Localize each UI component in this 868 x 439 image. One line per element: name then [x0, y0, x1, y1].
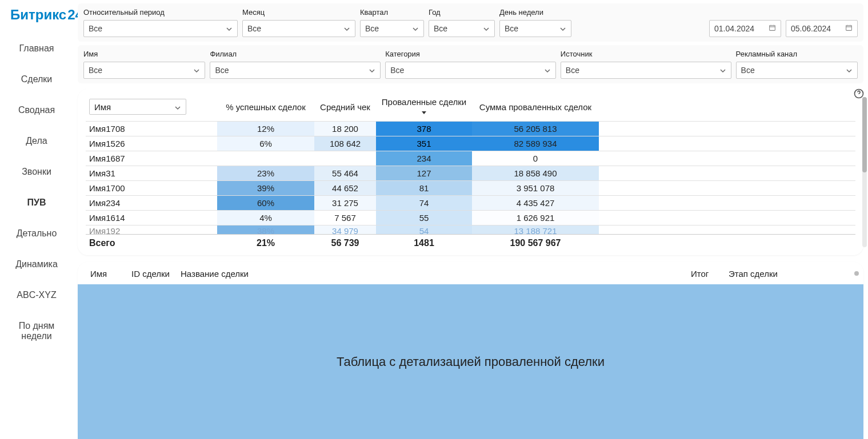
- filter-branch[interactable]: Все: [210, 62, 381, 79]
- table-row[interactable]: Имя3123%55 46412718 858 490: [86, 166, 855, 181]
- filter-source[interactable]: Все: [561, 62, 731, 79]
- total-pct: 21%: [217, 235, 314, 251]
- table-row[interactable]: Имя15266%108 64235182 589 934: [86, 136, 855, 151]
- table-name-dimension-select[interactable]: Имя: [89, 99, 186, 115]
- filter-weekday[interactable]: Все: [499, 20, 571, 37]
- cell-sum: 1 626 921: [472, 211, 599, 225]
- date-to-input[interactable]: 05.06.2024: [786, 20, 858, 37]
- summary-table: Имя % успешных сделок Средний чек Провал…: [86, 95, 855, 251]
- cell-fail: 74: [376, 196, 472, 211]
- filter-value: Все: [505, 24, 518, 33]
- cell-sum: 4 435 427: [472, 196, 599, 211]
- detail-col-name[interactable]: Имя: [86, 269, 127, 279]
- cell-avg: 7 567: [314, 211, 376, 225]
- filter-month[interactable]: Все: [242, 20, 355, 37]
- scroll-dot-icon: [854, 271, 859, 276]
- cell-name: Имя1708: [86, 122, 217, 136]
- cell-avg: 31 275: [314, 196, 376, 211]
- cell-pct: 60%: [217, 196, 314, 211]
- detail-col-itog[interactable]: Итог: [686, 269, 724, 279]
- cell-pct: 23%: [217, 166, 314, 181]
- col-header-pct[interactable]: % успешных сделок: [217, 95, 314, 122]
- sidebar-item-4[interactable]: Звонки: [0, 156, 73, 187]
- sidebar-item-6[interactable]: Детально: [0, 218, 73, 249]
- chevron-down-icon: [719, 67, 726, 74]
- filter-label-source: Источник: [561, 50, 731, 58]
- sidebar-item-7[interactable]: Динамика: [0, 249, 73, 280]
- chevron-down-icon: [544, 67, 551, 74]
- filter-value: Все: [89, 24, 102, 33]
- col-header-sum[interactable]: Сумма проваленных сделок: [472, 95, 599, 122]
- total-fail: 1481: [376, 235, 472, 251]
- filter-rel-period[interactable]: Все: [83, 20, 238, 37]
- filter-label-name: Имя: [83, 50, 205, 58]
- sidebar-item-3[interactable]: Дела: [0, 126, 73, 156]
- sidebar-item-5[interactable]: ПУВ: [0, 187, 73, 218]
- filter-value: Все: [434, 24, 447, 33]
- detail-col-id[interactable]: ID сделки: [127, 269, 176, 279]
- total-avg: 56 739: [314, 235, 376, 251]
- sidebar-item-2[interactable]: Сводная: [0, 95, 73, 126]
- table-name-dimension-value: Имя: [94, 102, 111, 112]
- logo: Битрикс24: [0, 5, 73, 33]
- filter-name[interactable]: Все: [83, 62, 205, 79]
- cell-sum: 0: [472, 151, 599, 166]
- detail-table-header: Имя ID сделки Название сделки Итог Этап …: [86, 267, 855, 284]
- col-header-avg[interactable]: Средний чек: [314, 95, 376, 122]
- table-row[interactable]: Имя19238%34 9795413 188 721: [86, 225, 855, 235]
- cell-fail: 127: [376, 166, 472, 181]
- cell-avg: 55 464: [314, 166, 376, 181]
- cell-fail: 81: [376, 181, 472, 196]
- filter-label-category: Категория: [385, 50, 556, 58]
- filter-value: Все: [566, 66, 579, 75]
- table-row[interactable]: Имя16872340: [86, 151, 855, 166]
- filter-value: Все: [215, 66, 229, 75]
- filter-value: Все: [89, 66, 102, 75]
- date-from-value: 01.04.2024: [714, 24, 754, 33]
- cell-name: Имя1526: [86, 136, 217, 151]
- scrollbar[interactable]: [862, 97, 867, 247]
- cell-sum: 13 188 721: [472, 225, 599, 235]
- filter-quarter[interactable]: Все: [360, 20, 424, 37]
- table-row[interactable]: Имя170039%44 652813 951 078: [86, 181, 855, 196]
- sidebar-item-9[interactable]: По дням недели: [0, 311, 73, 352]
- cell-name: Имя31: [86, 166, 217, 181]
- filter-year[interactable]: Все: [429, 20, 495, 37]
- detail-panel: Имя ID сделки Название сделки Итог Этап …: [78, 262, 863, 439]
- filter-label-weekday: День недели: [499, 8, 571, 17]
- calendar-icon: [845, 24, 853, 33]
- table-row[interactable]: Имя23460%31 275744 435 427: [86, 196, 855, 211]
- top-filter-bar: Относительный период Все Месяц Все Кварт…: [78, 3, 863, 42]
- date-to-value: 05.06.2024: [791, 24, 831, 33]
- sidebar-item-8[interactable]: ABC-XYZ: [0, 280, 73, 311]
- second-filter-bar: Имя Все Филиал Все Категория Все: [78, 45, 863, 83]
- filter-label-quarter: Квартал: [360, 8, 424, 17]
- filter-category[interactable]: Все: [385, 62, 556, 79]
- cell-fail: 351: [376, 136, 472, 151]
- cell-name: Имя1614: [86, 211, 217, 225]
- main-content: Относительный период Все Месяц Все Кварт…: [73, 0, 868, 439]
- cell-avg: 108 642: [314, 136, 376, 151]
- filter-ads[interactable]: Все: [736, 62, 858, 79]
- cell-pct: [217, 151, 314, 166]
- filter-value: Все: [247, 24, 261, 33]
- chevron-down-icon: [343, 25, 350, 32]
- chevron-down-icon: [412, 25, 419, 32]
- cell-sum: 82 589 934: [472, 136, 599, 151]
- sidebar-item-0[interactable]: Главная: [0, 33, 73, 64]
- cell-name: Имя234: [86, 196, 217, 211]
- logo-text-a: Битрикс: [10, 7, 66, 23]
- detail-col-title[interactable]: Название сделки: [176, 269, 686, 279]
- scrollbar-thumb[interactable]: [862, 97, 867, 172]
- sidebar-item-1[interactable]: Сделки: [0, 64, 73, 95]
- filter-label-branch: Филиал: [210, 50, 381, 58]
- filter-label-month: Месяц: [242, 8, 355, 17]
- col-header-fail[interactable]: Проваленные сделки: [376, 95, 472, 122]
- detail-col-stage[interactable]: Этап сделки: [724, 269, 855, 279]
- table-row[interactable]: Имя16144%7 567551 626 921: [86, 211, 855, 225]
- cell-name: Имя1687: [86, 151, 217, 166]
- table-row[interactable]: Имя170812%18 20037856 205 813: [86, 122, 855, 136]
- cell-sum: 18 858 490: [472, 166, 599, 181]
- cell-pct: 39%: [217, 181, 314, 196]
- date-from-input[interactable]: 01.04.2024: [709, 20, 781, 37]
